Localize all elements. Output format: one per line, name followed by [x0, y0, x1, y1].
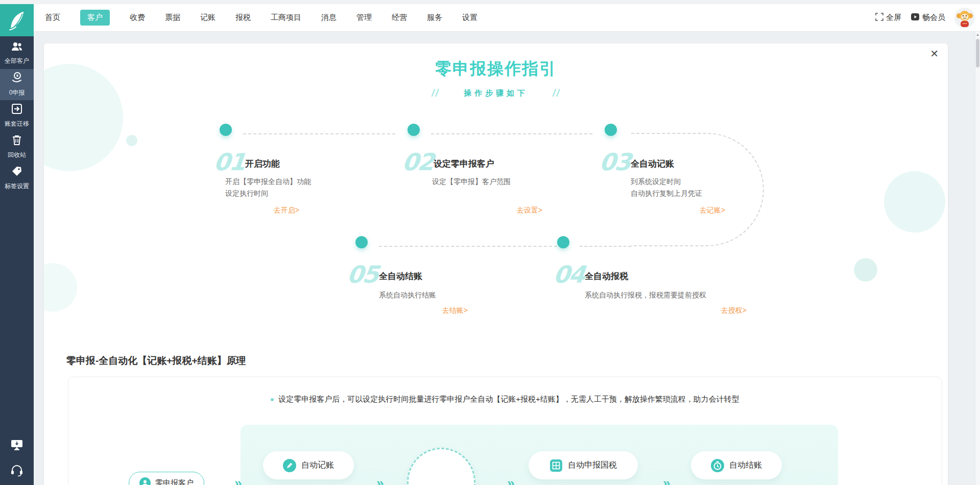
timeline-dash — [379, 246, 557, 247]
migrate-icon — [11, 103, 22, 117]
step-4-link[interactable]: 去授权> — [700, 306, 747, 315]
step-4-desc: 系统自动执行报税，报税需要提前授权 — [585, 289, 706, 301]
principle-paragraph: 设定零申报客户后，可以设定执行时间批量进行零申报户全自动【记账+报税+结账】，无… — [68, 395, 942, 404]
topbar: 首页 客户 收费 票据 记账 报税 工商项目 消息 管理 经营 服务 设置 全屏 — [0, 4, 980, 32]
trash-icon — [12, 134, 22, 148]
play-icon — [911, 13, 920, 22]
avatar[interactable] — [954, 8, 975, 28]
timeline-dash — [431, 133, 592, 134]
pencil-icon — [283, 459, 296, 472]
step-3-label: 全自动记账 — [631, 158, 674, 170]
flow-node-auto-settlement: 自动结账 — [691, 451, 782, 479]
users-icon — [11, 41, 23, 54]
bullet-dot — [271, 398, 274, 401]
nav-tab-management[interactable]: 管理 — [356, 10, 372, 26]
nav-tab-tax[interactable]: 报税 — [235, 10, 251, 26]
timeline-dash — [580, 246, 631, 247]
sidebar-item-label: 回收站 — [8, 151, 26, 159]
sidebar-item-tag-settings[interactable]: 标签设置 — [0, 163, 34, 194]
tag-icon — [11, 166, 22, 179]
nav-tab-home[interactable]: 首页 — [45, 10, 60, 26]
flow-arrow-icon: » — [376, 475, 383, 485]
step-2-desc: 设定【零申报】客户范围 — [432, 176, 511, 188]
flow-node-zero-filing-customers: 零申报客户 — [129, 472, 204, 485]
scrollbar: ▲ — [975, 32, 980, 485]
sidebar-item-ledger-migration[interactable]: 账套迁移 — [0, 100, 34, 131]
leaf-logo-icon — [7, 9, 27, 32]
flow-arrow-icon: » — [234, 475, 241, 485]
topbar-right: 全屏 畅会员 — [875, 8, 980, 28]
fullscreen-icon — [875, 13, 883, 22]
page-top-strip — [0, 0, 980, 4]
deco-circle — [884, 171, 945, 233]
fullscreen-label: 全屏 — [886, 13, 901, 22]
guide-title: 零申报操作指引 — [44, 43, 948, 80]
sidebar-item-label: 0申报 — [9, 88, 25, 97]
nav-tab-operations[interactable]: 经营 — [392, 10, 407, 26]
customer-icon — [139, 477, 151, 485]
principle-heading: 零申报-全自动化【记账+报税+结账】原理 — [66, 354, 246, 367]
flow-node-auto-bookkeeping: 自动记账 — [263, 451, 354, 479]
sidebar-item-all-customers[interactable]: 全部客户 — [0, 38, 34, 69]
monkey-avatar-image — [954, 8, 975, 28]
step-2-link[interactable]: 去设置> — [495, 206, 542, 215]
flow-arrow-icon: » — [663, 475, 669, 485]
scrollbar-thumb[interactable] — [976, 39, 979, 67]
client-download-icon — [10, 439, 23, 451]
flow-arrow-icon: » — [507, 475, 513, 485]
timeline-dash — [243, 133, 395, 134]
nav-tab-fees[interactable]: 收费 — [130, 10, 145, 26]
principle-card: 设定零申报客户后，可以设定执行时间批量进行零申报户全自动【记账+报税+结账】，无… — [68, 377, 942, 485]
step-3-number: 03 — [598, 148, 632, 176]
settle-clock-icon — [711, 459, 724, 472]
nav-tab-bookkeeping[interactable]: 记账 — [200, 10, 216, 26]
fullscreen-button[interactable]: 全屏 — [875, 13, 901, 22]
slash-decoration: // — [553, 87, 560, 99]
sidebar-item-recycle-bin[interactable]: 回收站 — [0, 131, 34, 163]
sidebar-item-label: 标签设置 — [5, 182, 29, 191]
step-2-label: 设定零申报客户 — [434, 158, 494, 170]
guide-subtitle: // 操作步骤如下 // — [44, 87, 948, 99]
step-dot-2 — [408, 124, 420, 136]
deco-circle — [44, 263, 77, 312]
step-dot-3 — [605, 124, 617, 136]
step-5-link[interactable]: 去结账> — [421, 306, 468, 315]
nav-tab-invoices[interactable]: 票据 — [165, 10, 180, 26]
step-dot-1 — [220, 124, 232, 136]
step-1-link[interactable]: 去开启> — [252, 206, 299, 215]
deco-circle — [126, 135, 137, 146]
step-1-label: 开启功能 — [245, 158, 280, 170]
guide-subtitle-text: 操作步骤如下 — [464, 88, 528, 98]
nav-tab-customers[interactable]: 客户 — [80, 10, 110, 26]
slash-decoration: // — [432, 87, 439, 99]
national-tax-icon — [549, 459, 563, 472]
sidebar-item-zero-filing[interactable]: 0申报 — [0, 69, 34, 100]
step-1-number: 01 — [212, 148, 246, 176]
nav-tab-messages[interactable]: 消息 — [321, 10, 337, 26]
step-4-number: 04 — [552, 261, 586, 288]
content-area: ✕ 零申报操作指引 // 操作步骤如下 // 01 开启功能 开启【零申报全自动… — [34, 32, 975, 485]
step-3-link[interactable]: 去记账> — [678, 206, 725, 215]
step-5-number: 05 — [346, 261, 379, 288]
step-3-desc: 到系统设定时间自动执行复制上月凭证 — [631, 176, 702, 199]
guide-panel: ✕ 零申报操作指引 // 操作步骤如下 // 01 开启功能 开启【零申报全自动… — [44, 43, 948, 485]
app-logo[interactable] — [0, 4, 34, 36]
step-1-desc: 开启【零申报全自动】功能设定执行时间 — [225, 176, 311, 199]
close-icon[interactable]: ✕ — [930, 48, 939, 60]
nav-tab-services[interactable]: 服务 — [427, 10, 442, 26]
sidebar: 全部客户 0申报 账套迁移 回收站 标签设置 — [0, 32, 34, 485]
step-2-number: 02 — [401, 148, 435, 176]
step-5-desc: 系统自动执行结账 — [379, 289, 436, 301]
sidebar-item-label: 账套迁移 — [5, 120, 29, 128]
step-dot-5 — [355, 236, 368, 248]
member-button[interactable]: 畅会员 — [911, 13, 945, 22]
scrollbar-up-arrow[interactable]: ▲ — [975, 33, 980, 36]
nav-tab-business-projects[interactable]: 工商项目 — [271, 10, 301, 26]
deco-circle — [854, 258, 877, 282]
step-4-label: 全自动报税 — [585, 270, 628, 282]
client-download-button[interactable] — [0, 439, 34, 451]
support-button[interactable] — [0, 465, 34, 477]
step-5-label: 全自动结账 — [379, 270, 422, 282]
nav-tab-settings[interactable]: 设置 — [462, 10, 477, 26]
flow-node-auto-national-tax: 自动申报国税 — [529, 451, 638, 479]
